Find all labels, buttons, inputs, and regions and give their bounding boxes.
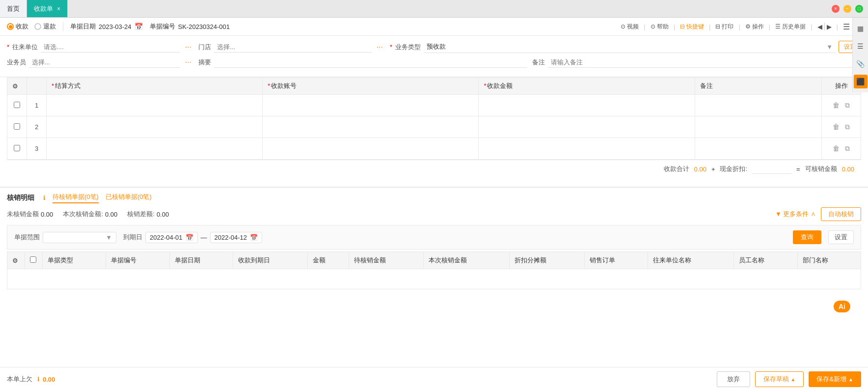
filter-range-select[interactable]: ▼	[43, 232, 116, 243]
wth-checkbox[interactable]	[25, 252, 43, 269]
store-more-btn[interactable]: ···	[375, 43, 385, 52]
nav-right-icon[interactable]: ▶	[827, 23, 832, 30]
query-button[interactable]: 查询	[793, 230, 821, 244]
diff-value: 0.00	[157, 211, 169, 218]
date-start-input[interactable]: 2022-04-01 📅	[145, 232, 198, 243]
toolbar-print[interactable]: ⊟ 打印	[715, 23, 733, 31]
table-row: 2 🗑 ⧉	[7, 116, 861, 138]
tab-receipt[interactable]: 收款单 ×	[27, 0, 68, 17]
table-row: 3 🗑 ⧉	[7, 138, 861, 160]
counterpart-more-btn[interactable]: ···	[183, 43, 193, 52]
summary-input[interactable]	[214, 57, 527, 68]
td-account-3[interactable]	[263, 138, 479, 160]
td-amount-1[interactable]	[479, 95, 695, 116]
sidebar-icon-list[interactable]: ☰	[854, 39, 868, 53]
tab-home[interactable]: 首页	[0, 0, 27, 17]
td-remark-1[interactable]	[695, 95, 821, 116]
store-label: 门店	[198, 43, 211, 52]
business-type-select[interactable]: 预收款 ▼	[424, 41, 836, 53]
window-maximize-btn[interactable]: □	[855, 5, 863, 13]
date-calendar-icon[interactable]: 📅	[135, 23, 143, 30]
td-payment-2[interactable]	[47, 116, 263, 138]
bottom-info-icon[interactable]: ℹ	[37, 376, 40, 383]
window-minimize-btn[interactable]: −	[843, 5, 851, 13]
delete-icon-3[interactable]: 🗑	[833, 144, 840, 152]
toolbar-history[interactable]: ☰ 历史单据	[775, 23, 806, 31]
date-range: 2022-04-01 📅 — 2022-04-12 📅	[145, 232, 262, 243]
tab-receipt-close[interactable]: ×	[57, 5, 60, 12]
row-checkbox-3[interactable]	[14, 145, 20, 151]
wth-current-amount: 本次核销金额	[423, 252, 509, 269]
radio-refund[interactable]: 退款	[34, 22, 56, 31]
auto-writeoff-btn[interactable]: 自动核销	[821, 207, 861, 221]
sidebar-icon-attachment[interactable]: 📎	[854, 57, 868, 71]
remark-label: 备注	[532, 58, 545, 67]
sidebar-icon-active[interactable]: ⬛	[854, 75, 868, 88]
more-conditions-btn[interactable]: ▼ 更多条件 ∧	[775, 210, 816, 219]
staff-more-btn[interactable]: ···	[183, 58, 193, 67]
td-payment-1[interactable]	[47, 95, 263, 116]
toolbar-help[interactable]: ⊙ 帮助	[651, 23, 669, 31]
discard-button[interactable]: 放弃	[717, 371, 750, 387]
td-amount-2[interactable]	[479, 116, 695, 138]
nav-left-icon[interactable]: ◀	[817, 23, 822, 30]
row-checkbox-1[interactable]	[14, 102, 20, 108]
td-amount-3[interactable]	[479, 138, 695, 160]
menu-icon[interactable]: ☰	[843, 22, 850, 31]
th-account: *收款账号	[263, 78, 479, 95]
tab-receipt-label: 收款单	[34, 4, 53, 13]
toolbar-operation[interactable]: ⚙ 操作	[745, 23, 764, 31]
staff-label: 业务员	[7, 58, 26, 67]
pending-tab[interactable]: 待核销单据(0笔)	[53, 193, 99, 203]
td-checkbox-1[interactable]	[7, 95, 27, 116]
main-content: 收款 退款 单据日期 2023-03-24 📅 单据编号 SK-20230324…	[0, 18, 868, 391]
wth-doc-num: 单据编号	[106, 252, 169, 269]
window-close-btn[interactable]: ×	[832, 5, 840, 13]
delete-icon-1[interactable]: 🗑	[833, 101, 840, 109]
print-icon: ⊟	[715, 23, 720, 30]
date-end-input[interactable]: 2022-04-12 📅	[210, 232, 263, 243]
writeoff-section: 核销明细 ℹ 待核销单据(0笔) 已核销单据(0笔) 未核销金额 0.00 本次…	[0, 187, 868, 294]
equals-sign: =	[796, 166, 800, 173]
td-account-1[interactable]	[263, 95, 479, 116]
radio-refund-label: 退款	[43, 22, 56, 31]
operation-label: 操作	[752, 23, 764, 31]
td-checkbox-2[interactable]	[7, 116, 27, 138]
save-draft-button[interactable]: 保存草稿 ▲	[755, 371, 804, 387]
copy-icon-2[interactable]: ⧉	[845, 123, 850, 131]
sidebar-icon-table[interactable]: ▦	[854, 22, 868, 35]
wth-settings[interactable]: ⚙	[7, 252, 25, 269]
done-tab[interactable]: 已核销单据(0笔)	[106, 193, 152, 203]
discount-input[interactable]	[752, 164, 791, 174]
td-remark-2[interactable]	[695, 116, 821, 138]
td-remark-3[interactable]	[695, 138, 821, 160]
current-stat: 本次核销金额: 0.00	[63, 210, 117, 219]
store-input[interactable]	[214, 42, 372, 53]
ai-badge[interactable]: Ai	[834, 301, 850, 312]
remark-input[interactable]	[548, 57, 861, 68]
date-label: 单据日期	[70, 22, 96, 31]
radio-receipt[interactable]: 收款	[7, 22, 28, 31]
radio-receipt-label: 收款	[16, 22, 28, 31]
delete-icon-2[interactable]: 🗑	[833, 123, 840, 131]
row-checkbox-2[interactable]	[14, 123, 20, 130]
toolbar-divider-1	[63, 22, 63, 31]
copy-icon-3[interactable]: ⧉	[845, 144, 850, 152]
th-settings[interactable]: ⚙	[7, 78, 27, 95]
counterpart-input[interactable]	[41, 42, 180, 53]
copy-icon-1[interactable]: ⧉	[845, 101, 850, 109]
writeoff-info-icon[interactable]: ℹ	[43, 195, 46, 201]
td-account-2[interactable]	[263, 116, 479, 138]
td-payment-3[interactable]	[47, 138, 263, 160]
td-num-2: 2	[27, 116, 47, 138]
staff-input[interactable]	[29, 57, 180, 68]
table-settings-button[interactable]: 设置	[828, 230, 854, 244]
td-checkbox-3[interactable]	[7, 138, 27, 160]
wth-select-all[interactable]	[30, 256, 36, 263]
save-new-button[interactable]: 保存&新增 ▲	[809, 371, 861, 387]
date-end-value: 2022-04-12	[215, 234, 247, 241]
wth-pending-amount: 待核销金额	[349, 252, 423, 269]
toolbar-video[interactable]: ⊙ 视频	[621, 23, 639, 31]
toolbar-shortcut[interactable]: ⊟ 快捷键	[680, 23, 704, 31]
current-label: 本次核销金额:	[63, 210, 103, 219]
